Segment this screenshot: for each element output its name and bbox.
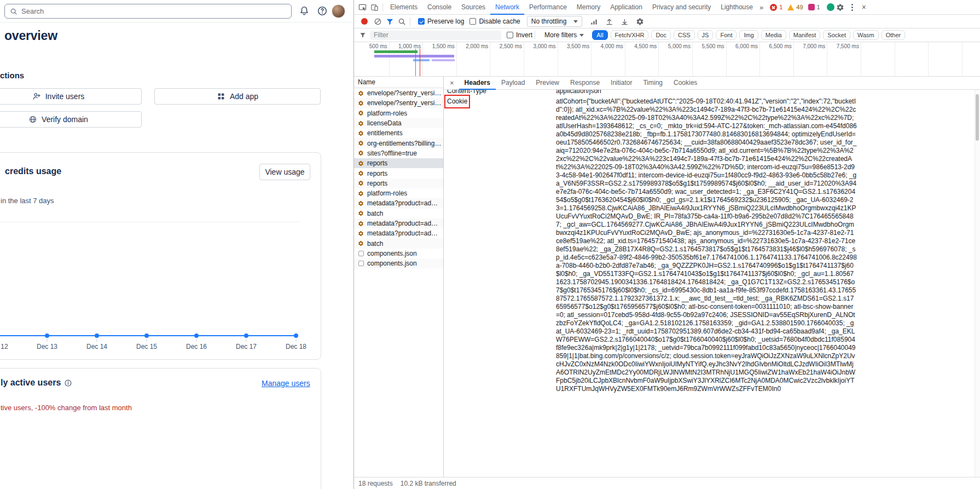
devtools-menu-kebab-icon[interactable] bbox=[848, 4, 857, 11]
details-tab-cookies[interactable]: Cookies bbox=[668, 77, 703, 90]
warning-badge[interactable]: 49 bbox=[787, 4, 803, 10]
user-avatar[interactable] bbox=[332, 4, 345, 18]
active-users-title-text: ly active users bbox=[1, 378, 61, 388]
view-usage-button[interactable]: View usage bbox=[259, 164, 310, 180]
network-request-row[interactable]: entitlements bbox=[354, 128, 443, 138]
network-filter-input[interactable]: Filter bbox=[370, 31, 501, 40]
disable-cache-checkbox[interactable] bbox=[469, 18, 476, 25]
issues-badge[interactable]: 1 bbox=[808, 4, 820, 10]
network-request-row[interactable]: envelope/?sentry_version=… bbox=[354, 88, 443, 98]
more-filters-dropdown[interactable]: More filters bbox=[544, 31, 584, 39]
filter-chip-media[interactable]: Media bbox=[761, 30, 786, 40]
network-request-row[interactable]: components.json bbox=[354, 258, 443, 268]
devtools-tab-sources[interactable]: Sources bbox=[456, 0, 490, 15]
devtools-close-icon[interactable]: × bbox=[857, 3, 871, 11]
details-tab-response[interactable]: Response bbox=[565, 77, 605, 90]
filter-chip-other[interactable]: Other bbox=[882, 30, 906, 40]
devtools-tab-network[interactable]: Network bbox=[490, 0, 524, 15]
details-tab-payload[interactable]: Payload bbox=[496, 77, 530, 90]
throttling-select[interactable]: No throttling bbox=[527, 16, 583, 27]
filter-icon[interactable] bbox=[384, 16, 396, 27]
network-request-row[interactable]: sites?offline=true bbox=[354, 148, 443, 158]
xhr-request-icon bbox=[357, 170, 364, 177]
filter-chip-css[interactable]: CSS bbox=[674, 30, 695, 40]
network-request-row[interactable]: reports bbox=[354, 179, 443, 188]
details-tab-timing[interactable]: Timing bbox=[637, 77, 668, 90]
screenshot-root: Search overview ctions Invite users Add … bbox=[0, 0, 980, 489]
invert-checkbox[interactable] bbox=[507, 32, 513, 38]
request-name: sites?offline=true bbox=[367, 149, 417, 157]
network-request-row[interactable]: reports bbox=[354, 158, 443, 168]
network-request-row[interactable]: metadata?product=admin… bbox=[354, 228, 443, 238]
error-badge[interactable]: 1 bbox=[770, 4, 782, 11]
devtools-tab-bar: ElementsConsoleSourcesNetworkPerformance… bbox=[354, 0, 980, 15]
network-request-row[interactable]: metadata?product=admin… bbox=[354, 218, 443, 228]
filter-chip-js[interactable]: JS bbox=[698, 30, 714, 40]
filter-chip-font[interactable]: Font bbox=[716, 30, 737, 40]
network-request-row[interactable]: batch bbox=[354, 238, 443, 248]
preserve-log-checkbox[interactable] bbox=[418, 18, 425, 25]
header-name[interactable]: Cookie bbox=[447, 97, 556, 106]
xhr-request-icon bbox=[357, 220, 364, 227]
filter-chip-manifest[interactable]: Manifest bbox=[789, 30, 821, 40]
search-network-icon[interactable] bbox=[396, 16, 408, 27]
verify-domain-button[interactable]: Verify domain bbox=[0, 111, 142, 128]
status-green-icon[interactable] bbox=[827, 3, 834, 11]
filter-chip-socket[interactable]: Socket bbox=[823, 30, 850, 40]
help-icon[interactable] bbox=[317, 5, 328, 16]
devtools-tab-console[interactable]: Console bbox=[422, 0, 456, 15]
import-har-icon[interactable] bbox=[603, 16, 615, 27]
network-request-row[interactable]: batch bbox=[354, 209, 443, 218]
details-tabs: HeadersPayloadPreviewResponseInitiatorTi… bbox=[459, 77, 703, 89]
filter-chip-img[interactable]: Img bbox=[739, 30, 758, 40]
invite-users-button[interactable]: Invite users bbox=[0, 88, 142, 105]
details-tab-headers[interactable]: Headers bbox=[459, 77, 496, 90]
devtools-tab-lighthouse[interactable]: Lighthouse bbox=[716, 0, 758, 15]
domcontentloaded-marker bbox=[415, 49, 416, 77]
add-app-button[interactable]: Add app bbox=[154, 88, 321, 105]
devtools-tab-performance[interactable]: Performance bbox=[524, 0, 572, 15]
divider bbox=[410, 18, 410, 26]
filter-chip-fetch-xhr[interactable]: Fetch/XHR bbox=[611, 30, 649, 40]
disable-cache-label: Disable cache bbox=[479, 18, 520, 25]
network-request-row[interactable]: platform-roles bbox=[354, 108, 443, 118]
search-input[interactable]: Search bbox=[4, 4, 292, 19]
network-request-row[interactable]: platform-roles bbox=[354, 188, 443, 198]
xhr-request-icon bbox=[357, 140, 364, 147]
inspect-element-icon[interactable] bbox=[356, 2, 368, 13]
filter-chip-doc[interactable]: Doc bbox=[651, 30, 671, 40]
filter-chip-all[interactable]: All bbox=[592, 30, 607, 40]
devtools-tab-application[interactable]: Application bbox=[605, 0, 647, 15]
network-request-row[interactable]: envelope/?sentry_version=… bbox=[354, 98, 443, 108]
header-name[interactable]: Content-Type bbox=[447, 90, 556, 95]
notifications-bell-icon[interactable] bbox=[299, 5, 310, 16]
manage-users-link[interactable]: Manage users bbox=[262, 379, 310, 388]
network-overview-timeline[interactable]: 500 ms1,000 ms1,500 ms2,000 ms2,500 ms3,… bbox=[354, 42, 980, 77]
admin-topbar: Search bbox=[0, 0, 353, 22]
device-toolbar-icon[interactable] bbox=[368, 2, 380, 13]
network-settings-gear-icon[interactable] bbox=[634, 16, 646, 27]
network-request-row[interactable]: org-entitlements?billingSy… bbox=[354, 138, 443, 148]
filter-chip-wasm[interactable]: Wasm bbox=[853, 30, 879, 40]
clear-network-log-icon[interactable] bbox=[372, 16, 384, 27]
close-details-icon[interactable]: × bbox=[445, 79, 459, 87]
export-har-icon[interactable] bbox=[618, 16, 630, 27]
request-list-header[interactable]: Name bbox=[354, 77, 443, 88]
network-conditions-icon[interactable] bbox=[588, 16, 600, 27]
devtools-tab-elements[interactable]: Elements bbox=[385, 0, 422, 15]
devtools-settings-gear-icon[interactable] bbox=[834, 2, 846, 13]
error-count: 1 bbox=[779, 4, 782, 10]
scrollbar-track[interactable] bbox=[975, 90, 980, 477]
record-network-log-icon[interactable] bbox=[361, 18, 368, 25]
network-request-row[interactable]: components.json bbox=[354, 249, 443, 258]
network-request-row[interactable]: licenseData bbox=[354, 118, 443, 128]
info-icon[interactable] bbox=[64, 379, 72, 387]
more-tabs-icon[interactable]: » bbox=[758, 3, 765, 11]
scrollbar-thumb[interactable] bbox=[976, 94, 979, 141]
devtools-tab-memory[interactable]: Memory bbox=[572, 0, 605, 15]
details-tab-initiator[interactable]: Initiator bbox=[605, 77, 637, 90]
devtools-tab-privacy-and-security[interactable]: Privacy and security bbox=[647, 0, 716, 15]
details-tab-preview[interactable]: Preview bbox=[530, 77, 565, 90]
network-request-row[interactable]: reports bbox=[354, 168, 443, 178]
network-request-row[interactable]: metadata?product=admin… bbox=[354, 198, 443, 208]
